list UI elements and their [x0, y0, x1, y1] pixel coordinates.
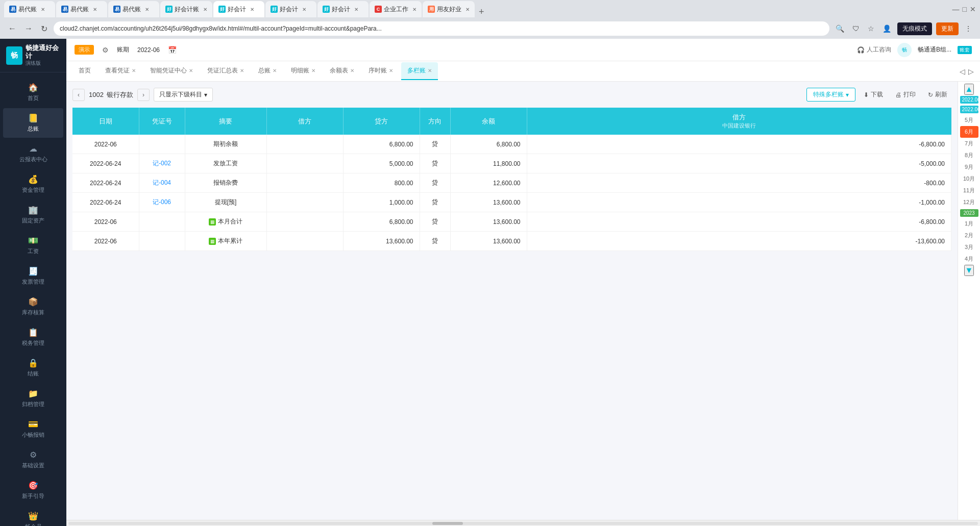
cal-month[interactable]: 1月	[960, 218, 978, 230]
sidebar-item-home[interactable]: 🏠 首页	[3, 78, 63, 107]
tab-voucher-close[interactable]: ✕	[132, 68, 136, 73]
tab-voucher[interactable]: 查看凭证 ✕	[99, 62, 142, 80]
sidebar-item-asset[interactable]: 🏢 固定资产	[3, 200, 63, 230]
tab-voucher-summary[interactable]: 凭证汇总表 ✕	[201, 62, 250, 80]
tab-gl-close[interactable]: ✕	[273, 68, 277, 73]
browser-tab-9[interactable]: 用 用友好业 ✕	[423, 1, 475, 17]
tab-close-3[interactable]: ✕	[145, 7, 149, 12]
sidebar-item-member[interactable]: 👑 畅会员	[3, 506, 63, 526]
filter-dropdown[interactable]: 只显示下级科目 ▾	[154, 88, 213, 102]
cal-month[interactable]: 4月	[960, 253, 978, 265]
sidebar-item-guide[interactable]: 🎯 新手引导	[3, 475, 63, 505]
cal-month[interactable]: 12月	[960, 196, 978, 208]
voucher-link[interactable]: 记-006	[139, 193, 185, 212]
tab-close-8[interactable]: ✕	[412, 7, 416, 12]
update-button[interactable]: 更新	[936, 22, 959, 35]
browser-tab-7[interactable]: 好 好会计 ✕	[317, 1, 369, 17]
calendar-icon[interactable]: 📅	[168, 46, 177, 54]
tab-balance[interactable]: 余额表 ✕	[324, 62, 360, 80]
tab-sequence[interactable]: 序时账 ✕	[362, 62, 399, 80]
address-input[interactable]	[54, 21, 829, 36]
h-scrollbar-thumb[interactable]	[432, 522, 463, 525]
minimize-button[interactable]: —	[952, 5, 960, 13]
tab-smart-close[interactable]: ✕	[189, 68, 193, 73]
expand-tab-button[interactable]: ▷	[968, 67, 974, 76]
tab-balance-close[interactable]: ✕	[350, 68, 354, 73]
cal-month[interactable]: 3月	[960, 241, 978, 253]
sidebar-item-ledger[interactable]: 📒 总账	[3, 108, 63, 138]
prev-subject-button[interactable]: ‹	[72, 89, 85, 101]
menu-icon[interactable]: ⋮	[963, 22, 974, 35]
sidebar-item-archive[interactable]: 📁 归档管理	[3, 384, 63, 413]
next-subject-button[interactable]: ›	[137, 89, 150, 101]
tab-vs-close[interactable]: ✕	[240, 68, 244, 73]
star-icon[interactable]: ☆	[866, 22, 876, 35]
forward-button[interactable]: →	[22, 22, 35, 35]
multi-col-button[interactable]: 特殊多栏账 ▾	[806, 88, 855, 102]
settings-gear-button[interactable]: ⚙	[102, 46, 109, 54]
tab-general-ledger[interactable]: 总账 ✕	[252, 62, 283, 80]
new-tab-button[interactable]: +	[476, 7, 487, 17]
browser-tab-1[interactable]: 易 易代账 ✕	[4, 1, 55, 17]
reload-button[interactable]: ↻	[39, 22, 50, 36]
tab-close-1[interactable]: ✕	[41, 7, 45, 12]
h-scrollbar[interactable]	[66, 520, 980, 526]
tab-close-7[interactable]: ✕	[354, 7, 358, 12]
tab-seq-close[interactable]: ✕	[389, 68, 393, 73]
cal-month[interactable]: 11月	[960, 185, 978, 196]
sidebar-item-expense[interactable]: 💳 小畅报销	[3, 414, 63, 444]
voucher-link[interactable]: 记-004	[139, 173, 185, 193]
close-window-button[interactable]: ✕	[970, 5, 976, 13]
cal-month[interactable]: 6月	[960, 126, 978, 138]
cal-month[interactable]: 10月	[960, 173, 978, 185]
sidebar-item-report[interactable]: ☁ 云报表中心	[3, 139, 63, 168]
tab-mc-close[interactable]: ✕	[428, 68, 432, 73]
collapse-tab-button[interactable]: ◁	[960, 67, 965, 76]
sidebar-item-fund[interactable]: 💰 资金管理	[3, 169, 63, 199]
voucher-link[interactable]: 记-002	[139, 154, 185, 173]
sidebar-item-invoice[interactable]: 🧾 发票管理	[3, 261, 63, 291]
sidebar-item-tax[interactable]: 📋 税务管理	[3, 322, 63, 352]
sidebar-item-close[interactable]: 🔒 结账	[3, 353, 63, 383]
inventory-icon: 📦	[28, 297, 38, 307]
wuhen-button[interactable]: 无痕模式	[897, 22, 932, 35]
tab-multi-col[interactable]: 多栏账 ✕	[401, 62, 438, 80]
cal-month[interactable]: 5月	[960, 114, 978, 126]
sidebar-item-settings[interactable]: ⚙ 基础设置	[3, 445, 63, 474]
cal-month[interactable]: 8月	[960, 149, 978, 161]
tab-dl-close[interactable]: ✕	[311, 68, 315, 73]
tab-detail-ledger[interactable]: 明细账 ✕	[285, 62, 322, 80]
tab-close-6[interactable]: ✕	[302, 7, 306, 12]
browser-tab-8[interactable]: C 企业工作 ✕	[370, 1, 422, 17]
tab-close-4[interactable]: ✕	[203, 7, 207, 12]
download-button[interactable]: ⬇ 下载	[860, 88, 887, 101]
maximize-button[interactable]: □	[963, 5, 967, 13]
browser-tab-4[interactable]: 好 好会计账 ✕	[160, 1, 212, 17]
cal-month[interactable]: 9月	[960, 161, 978, 173]
shield-icon[interactable]: 🛡	[850, 22, 862, 35]
refresh-button[interactable]: ↻ 刷新	[924, 88, 951, 101]
browser-tab-3[interactable]: 易 易代账 ✕	[108, 1, 159, 17]
tab-smart-voucher[interactable]: 智能凭证中心 ✕	[144, 62, 199, 80]
cal-scroll-up-button[interactable]: ▲	[964, 84, 974, 95]
sidebar-item-inventory[interactable]: 📦 库存核算	[3, 292, 63, 321]
tab-close-2[interactable]: ✕	[93, 7, 97, 12]
cal-month[interactable]: 2月	[960, 230, 978, 241]
tab-close-9[interactable]: ✕	[465, 7, 470, 12]
app-layout: 畅 畅捷通好会计 演练版 🏠 首页 📒 总账 ☁ 云报表中心 💰 资金管理	[0, 39, 980, 526]
print-button[interactable]: 🖨 打印	[891, 88, 920, 101]
tab-close-5[interactable]: ✕	[250, 7, 254, 12]
cal-scroll-down-button[interactable]: ▼	[964, 265, 974, 276]
browser-tab-5[interactable]: 好 好会计 ✕	[213, 1, 264, 17]
direction-cell: 贷	[420, 154, 450, 173]
profile-icon[interactable]: 👤	[880, 22, 893, 35]
sidebar-item-salary[interactable]: 💵 工资	[3, 231, 63, 260]
tab-home[interactable]: 首页	[72, 62, 97, 80]
back-button[interactable]: ←	[6, 22, 18, 35]
search-browser-icon[interactable]: 🔍	[834, 22, 846, 35]
browser-tab-2[interactable]: 易 易代账 ✕	[56, 1, 107, 17]
browser-tab-6[interactable]: 好 好会计 ✕	[265, 1, 316, 17]
consultant-button[interactable]: 🎧 人工咨询	[857, 45, 891, 54]
cal-month[interactable]: 7月	[960, 138, 978, 149]
debit-cell	[266, 135, 343, 154]
